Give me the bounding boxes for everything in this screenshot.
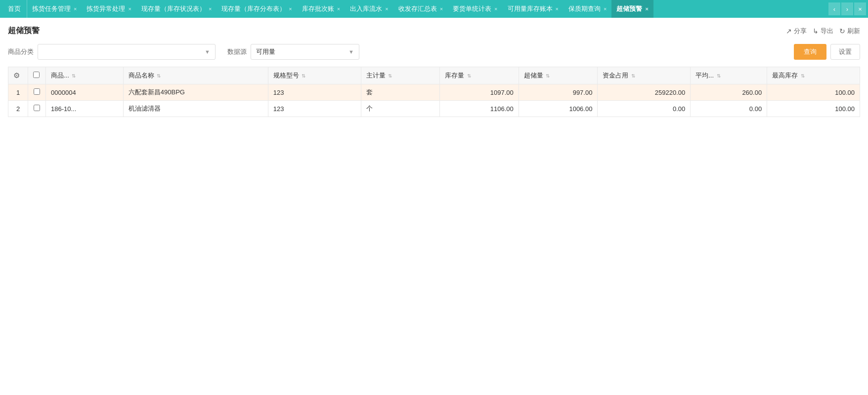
category-filter: 商品分类 ▼ (8, 44, 216, 60)
share-button[interactable]: ↗ 分享 (786, 27, 807, 36)
chevron-down-icon: ▼ (205, 49, 210, 55)
share-icon: ↗ (786, 27, 792, 35)
refresh-button[interactable]: ↻ 刷新 (839, 27, 860, 36)
sort-icon-spec: ⇅ (302, 73, 305, 79)
sort-icon-unit: ⇅ (388, 73, 392, 79)
nav-home[interactable]: 首页 (2, 0, 27, 18)
close-tab-4[interactable]: × (337, 6, 340, 12)
nav-arrows: ‹ › × (828, 2, 866, 15)
th-avg[interactable]: 平均... ⇅ (691, 67, 767, 84)
row-code: 186-10... (46, 101, 124, 117)
th-max[interactable]: 最高库存 ⇅ (767, 67, 860, 84)
nav-tab-5[interactable]: 出入库流水 × (345, 0, 393, 18)
row-unit: 套 (361, 84, 440, 101)
nav-tab-2[interactable]: 现存量（库存状况表） × (136, 0, 217, 18)
chevron-down-icon-2: ▼ (348, 49, 354, 55)
nav-close-all-btn[interactable]: × (854, 2, 866, 15)
header-actions: ↗ 分享 ↳ 导出 ↻ 刷新 (786, 27, 860, 36)
close-tab-1[interactable]: × (128, 6, 131, 12)
row-capital: 0.00 (598, 101, 691, 117)
close-tab-8[interactable]: × (556, 6, 559, 12)
row-num: 1 (8, 84, 28, 101)
page-content: 超储预警 ↗ 分享 ↳ 导出 ↻ 刷新 商品分类 ▼ 数据源 (0, 18, 868, 395)
row-code: 0000004 (46, 84, 124, 101)
export-icon: ↳ (813, 27, 819, 35)
sort-icon-code: ⇅ (72, 73, 76, 79)
row-checkbox-0[interactable] (34, 88, 40, 95)
row-max: 100.00 (767, 84, 860, 101)
row-checkbox-cell (28, 84, 46, 101)
row-avg: 260.00 (691, 84, 767, 101)
row-spec: 123 (268, 101, 361, 117)
th-capital[interactable]: 资金占用 ⇅ (598, 67, 691, 84)
row-name: 六配套新昌490BPG (123, 84, 268, 101)
close-tab-0[interactable]: × (74, 6, 77, 12)
close-tab-2[interactable]: × (209, 6, 212, 12)
category-select[interactable]: ▼ (38, 44, 216, 60)
row-capital: 259220.00 (598, 84, 691, 101)
nav-tab-8[interactable]: 可用量库存账本 × (503, 0, 564, 18)
close-tab-7[interactable]: × (494, 6, 497, 12)
row-avg: 0.00 (691, 101, 767, 117)
sort-icon-avg: ⇅ (717, 73, 721, 79)
nav-tab-3[interactable]: 现存量（库存分布表） × (217, 0, 297, 18)
export-button[interactable]: ↳ 导出 (813, 27, 833, 36)
close-tab-5[interactable]: × (385, 6, 388, 12)
row-num: 2 (8, 101, 28, 117)
row-stock: 1106.00 (440, 101, 519, 117)
nav-tab-4[interactable]: 库存批次账 × (297, 0, 345, 18)
sort-icon-stock: ⇅ (467, 73, 471, 79)
sort-icon-max: ⇅ (801, 73, 805, 79)
sort-icon-capital: ⇅ (631, 73, 635, 79)
th-name[interactable]: 商品名称 ⇅ (123, 67, 268, 84)
close-tab-6[interactable]: × (440, 6, 443, 12)
nav-tab-0[interactable]: 拣货任务管理 × (27, 0, 82, 18)
sort-icon-over: ⇅ (546, 73, 550, 79)
datasource-value: 可用量 (256, 47, 275, 56)
row-stock: 1097.00 (440, 84, 519, 101)
table-header-row: ⚙ 商品... ⇅ 商品名称 ⇅ 规格型号 ⇅ 主计量 (8, 67, 860, 84)
nav-prev-btn[interactable]: ‹ (828, 2, 840, 15)
row-name: 机油滤清器 (123, 101, 268, 117)
th-code[interactable]: 商品... ⇅ (46, 67, 124, 84)
row-max: 100.00 (767, 101, 860, 117)
close-tab-9[interactable]: × (604, 6, 607, 12)
filter-row: 商品分类 ▼ 数据源 可用量 ▼ 查询 设置 (8, 44, 860, 60)
gear-icon[interactable]: ⚙ (13, 71, 20, 80)
row-over: 997.00 (519, 84, 598, 101)
sort-icon-name: ⇅ (157, 73, 161, 79)
row-spec: 123 (268, 84, 361, 101)
row-checkbox-1[interactable] (34, 105, 40, 111)
close-tab-10[interactable]: × (645, 6, 648, 12)
query-button[interactable]: 查询 (794, 44, 826, 60)
settings-button[interactable]: 设置 (830, 44, 860, 60)
category-label: 商品分类 (8, 47, 34, 56)
page-title: 超储预警 (8, 26, 40, 36)
table-row: 2 186-10... 机油滤清器 123 个 1106.00 1006.00 … (8, 101, 860, 117)
close-tab-3[interactable]: × (289, 6, 292, 12)
th-spec[interactable]: 规格型号 ⇅ (268, 67, 361, 84)
th-checkbox (28, 67, 46, 84)
datasource-select[interactable]: 可用量 ▼ (251, 44, 359, 60)
top-nav: 首页 拣货任务管理 × 拣货异常处理 × 现存量（库存状况表） × 现存量（库存… (0, 0, 868, 18)
filter-actions: 查询 设置 (794, 44, 860, 60)
table-row: 1 0000004 六配套新昌490BPG 123 套 1097.00 997.… (8, 84, 860, 101)
row-unit: 个 (361, 101, 440, 117)
row-over: 1006.00 (519, 101, 598, 117)
th-stock[interactable]: 库存量 ⇅ (440, 67, 519, 84)
page-header: 超储预警 ↗ 分享 ↳ 导出 ↻ 刷新 (8, 26, 860, 36)
nav-tab-9[interactable]: 保质期查询 × (564, 0, 611, 18)
nav-next-btn[interactable]: › (841, 2, 853, 15)
data-table: ⚙ 商品... ⇅ 商品名称 ⇅ 规格型号 ⇅ 主计量 (8, 67, 860, 117)
th-settings: ⚙ (8, 67, 28, 84)
select-all-checkbox[interactable] (33, 72, 40, 78)
nav-tab-6[interactable]: 收发存汇总表 × (393, 0, 448, 18)
datasource-filter: 数据源 可用量 ▼ (227, 44, 359, 60)
row-checkbox-cell (28, 101, 46, 117)
nav-tab-10[interactable]: 超储预警 × (611, 0, 653, 18)
nav-tab-7[interactable]: 要货单统计表 × (448, 0, 502, 18)
nav-tab-1[interactable]: 拣货异常处理 × (82, 0, 136, 18)
th-over[interactable]: 超储量 ⇅ (519, 67, 598, 84)
th-unit[interactable]: 主计量 ⇅ (361, 67, 440, 84)
datasource-label: 数据源 (227, 47, 247, 56)
